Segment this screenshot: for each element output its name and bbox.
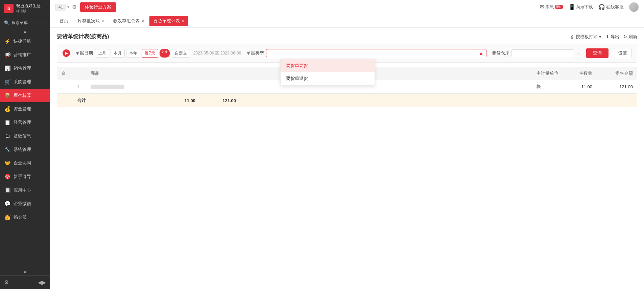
sidebar-item-enterprise[interactable]: 🤝 企业协同 <box>0 156 50 170</box>
filter-more-icon[interactable]: ··· <box>576 50 581 56</box>
date-filter-group: 单据日期 上月 本月 本年 近7天 更多 自定义 2023-05-06 至 20… <box>75 49 241 58</box>
avatar[interactable] <box>629 2 639 12</box>
export-btn[interactable]: ⬆ 导出 <box>605 34 619 40</box>
dropdown-item-order-purchase[interactable]: 要货单要货 <box>281 59 375 72</box>
sidebar-scroll-bot-btn[interactable]: ▼ <box>0 269 50 275</box>
warehouse-input[interactable] <box>511 49 574 57</box>
this-month-btn[interactable]: 本月 <box>111 49 125 58</box>
filter-toggle-btn[interactable]: ▶ <box>63 49 70 57</box>
sidebar-item-vip[interactable]: 👑 畅会员 <box>0 210 50 224</box>
page-header: 要货单统计表(按商品) 🖨 按模板打印 ▾ ⬆ 导出 ↻ 刷新 <box>50 28 644 44</box>
sidebar-label-purchase: 采购管理 <box>14 79 31 85</box>
sidebar-scroll-top-btn[interactable]: ▲ <box>0 28 50 35</box>
logo-icon: b <box>4 4 14 13</box>
sidebar-item-finance[interactable]: 💰 资金管理 <box>0 102 50 116</box>
message-label: 消息 <box>545 4 554 10</box>
col-header-qty: 主数量 <box>563 67 596 80</box>
service-label: 在线客服 <box>606 4 624 10</box>
service-btn[interactable]: 🎧 在线客服 <box>598 4 624 10</box>
sidebar-item-sales[interactable]: 📊 销售管理 <box>0 62 50 75</box>
refresh-label: 刷新 <box>628 34 637 40</box>
type-chevron-icon[interactable]: ▲ <box>479 50 483 56</box>
sidebar-label-quick-nav: 快捷导航 <box>14 38 31 44</box>
warehouse-filter-group: 要货仓库 ··· <box>492 49 581 57</box>
sidebar-label-marketing: 营销推广 <box>14 52 31 58</box>
table-footer: 合计 11.00 121.00 <box>57 94 637 107</box>
app-icon: 📱 <box>569 4 575 10</box>
col-settings-icon[interactable]: ⚙ <box>61 70 66 76</box>
last-7-days-btn[interactable]: 近7天 <box>142 49 158 58</box>
nav-count: 41 <box>55 4 66 10</box>
date-range-display: 2023-05-06 至 2023-06-06 <box>193 50 241 56</box>
search-menu[interactable]: 🔍 搜索菜单 <box>0 17 50 28</box>
sidebar-label-guide: 新手引导 <box>14 174 31 180</box>
sidebar-icon-guide: 🎯 <box>4 173 11 180</box>
sidebar-item-guide[interactable]: 🎯 新手引导 <box>0 170 50 183</box>
custom-date-btn[interactable]: 自定义 <box>172 49 190 58</box>
export-icon: ⬆ <box>605 34 609 39</box>
message-btn[interactable]: ✉ 消息 99+ <box>540 4 563 10</box>
last-month-btn[interactable]: 上月 <box>95 49 109 58</box>
this-year-btn[interactable]: 本年 <box>126 49 140 58</box>
tab-close-receive-summary[interactable]: × <box>142 19 144 23</box>
sidebar-icon-quick-nav: ⚡ <box>4 38 11 45</box>
sidebar-item-inventory[interactable]: 📦 库存核算 <box>0 89 50 102</box>
tab-home[interactable]: 首页 <box>55 16 72 26</box>
export-label: 导出 <box>611 34 619 40</box>
print-icon: 🖨 <box>570 34 574 39</box>
sidebar: b 畅捷通好生意 标准版 🔍 搜索菜单 ▲ ⚡ 快捷导航 📢 营销推广 📊 销售… <box>0 0 50 289</box>
type-input-wrap[interactable]: ▲ <box>266 49 486 57</box>
sidebar-item-marketing[interactable]: 📢 营销推广 <box>0 48 50 62</box>
sidebar-item-quick-nav[interactable]: ⚡ 快捷导航 <box>0 35 50 48</box>
sidebar-icon-operations: 📋 <box>4 119 11 126</box>
header-settings-icon[interactable]: ⚙ <box>72 4 77 10</box>
sidebar-icon-system: 🔧 <box>4 146 11 153</box>
sidebar-icon-enterprise: 🤝 <box>4 160 11 166</box>
tab-close-inventory-batch[interactable]: × <box>102 19 104 23</box>
dropdown-item-order-return[interactable]: 要货单退货 <box>281 72 375 85</box>
sidebar-item-corp-wechat[interactable]: 💬 企业微信 <box>0 197 50 210</box>
warehouse-filter-label: 要货仓库 <box>492 50 509 56</box>
tab-label-receive-summary: 收发存汇总表 <box>113 18 140 24</box>
print-label: 按模板打印 <box>576 34 598 40</box>
avatar-image <box>629 2 639 12</box>
settings-icon[interactable]: ⚙ <box>4 279 9 286</box>
sidebar-item-app-center[interactable]: 🔲 应用中心 <box>0 183 50 197</box>
sidebar-item-base-info[interactable]: 🗂 基础信息 <box>0 129 50 143</box>
main-area: 41 ▾ ⚙ 体验行业方案 ✉ 消息 99+ 📱 App下载 🎧 在线客服 首页… <box>50 0 644 289</box>
sidebar-item-operations[interactable]: 📋 经营管理 <box>0 116 50 129</box>
sidebar-label-system: 系统管理 <box>14 147 31 153</box>
nav-dropdown-icon[interactable]: ▾ <box>67 5 69 9</box>
app-label: App下载 <box>576 4 593 10</box>
footer-total-label: 合计 <box>61 97 166 104</box>
trial-button[interactable]: 体验行业方案 <box>80 2 116 12</box>
message-icon: ✉ <box>540 4 544 10</box>
collapse-icon[interactable]: ◀▶ <box>38 279 46 286</box>
tab-label-home: 首页 <box>59 18 68 24</box>
sidebar-icon-base-info: 🗂 <box>4 133 11 139</box>
app-download-btn[interactable]: 📱 App下载 <box>569 4 593 10</box>
tab-receive-summary[interactable]: 收发存汇总表× <box>109 16 148 26</box>
page-title: 要货单统计表(按商品) <box>57 33 109 40</box>
row-qty: 11.00 <box>563 80 596 93</box>
set-button[interactable]: 设置 <box>614 48 631 58</box>
query-button[interactable]: 查询 <box>586 48 609 58</box>
tab-close-order-stats[interactable]: × <box>182 19 184 23</box>
refresh-icon: ↻ <box>623 34 627 39</box>
tab-label-order-stats: 要货单统计表 <box>153 18 180 24</box>
sidebar-label-vip: 畅会员 <box>14 214 27 220</box>
app-name: 畅捷通好生意 <box>16 3 41 9</box>
tab-order-stats[interactable]: 要货单统计表× <box>149 16 188 26</box>
date-quick-btns: 上月 本月 本年 近7天 更多 <box>95 49 170 58</box>
sidebar-icon-vip: 👑 <box>4 214 11 221</box>
sidebar-item-system[interactable]: 🔧 系统管理 <box>0 143 50 156</box>
page-content: 要货单统计表(按商品) 🖨 按模板打印 ▾ ⬆ 导出 ↻ 刷新 ▶ <box>50 28 644 289</box>
top-header: 41 ▾ ⚙ 体验行业方案 ✉ 消息 99+ 📱 App下载 🎧 在线客服 <box>50 0 644 14</box>
sidebar-icon-finance: 💰 <box>4 106 11 112</box>
tab-inventory-batch[interactable]: 库存批次账× <box>74 16 108 26</box>
print-btn[interactable]: 🖨 按模板打印 ▾ <box>570 34 601 40</box>
search-icon: 🔍 <box>4 20 9 25</box>
sidebar-item-purchase[interactable]: 🛒 采购管理 <box>0 75 50 89</box>
refresh-btn[interactable]: ↻ 刷新 <box>623 34 637 40</box>
type-input[interactable] <box>269 51 479 56</box>
